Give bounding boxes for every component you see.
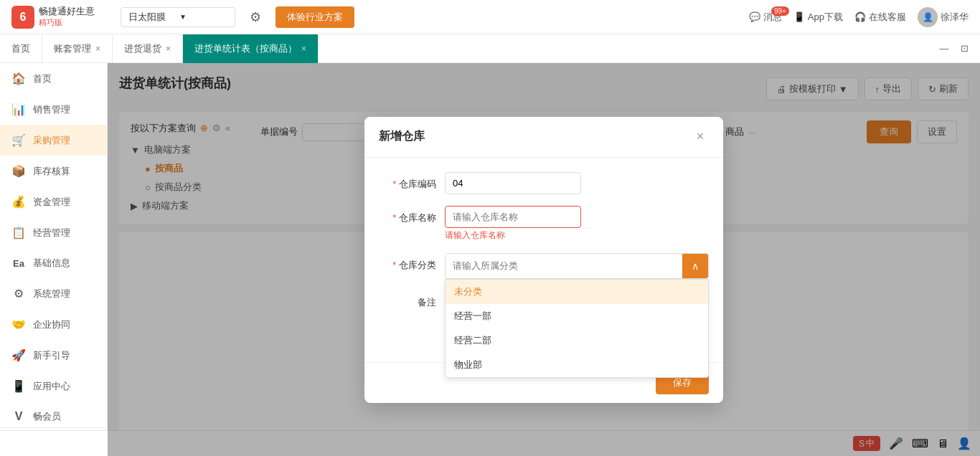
tab-purchase-stats-label: 进货单统计表（按商品） [194, 42, 297, 55]
sidebar-item-guide-label: 新手引导 [33, 349, 70, 362]
tab-home-label: 首页 [11, 42, 30, 55]
modal-new-warehouse: 新增仓库 × 仓库编码 [364, 117, 723, 403]
app-download-button[interactable]: 📱 App下载 [793, 11, 843, 24]
sidebar-item-inventory[interactable]: 📦 库存核算 [0, 156, 107, 186]
category-label: 仓库分类 [379, 253, 436, 272]
finance-icon: 💰 [11, 195, 26, 209]
name-form-row: 仓库名称 请输入仓库名称 [379, 206, 709, 242]
sidebar-item-basic-info-label: 基础信息 [33, 257, 70, 270]
sidebar: 🏠 首页 📊 销售管理 🛒 采购管理 📦 库存核算 💰 资金管理 📋 经 [0, 63, 108, 456]
user-profile[interactable]: 👤 徐泽华 [918, 7, 969, 27]
tab-purchase-return-label: 进货退货 [124, 42, 161, 55]
trial-button[interactable]: 体验行业方案 [275, 6, 354, 28]
sidebar-item-home-label: 首页 [33, 72, 52, 85]
service-button[interactable]: 🎧 在线客服 [854, 11, 906, 24]
sales-icon: 📊 [11, 103, 26, 116]
sidebar-item-operations-label: 经营管理 [33, 227, 70, 239]
sidebar-item-operations[interactable]: 📋 经营管理 [0, 217, 107, 248]
tab-account-label: 账套管理 [54, 42, 91, 55]
vip-icon: V [11, 410, 26, 423]
category-form-row: 仓库分类 ∧ 未分类 经营一部 经营二部 [379, 253, 709, 279]
store-name: 日太阳膜 [128, 11, 176, 24]
logo-text: 畅捷通好生意 [39, 6, 95, 17]
sidebar-scroll: 🏠 首页 📊 销售管理 🛒 采购管理 📦 库存核算 💰 资金管理 📋 经 [0, 63, 107, 427]
phone-icon: 📱 [793, 11, 805, 22]
settings-icon-button[interactable]: ⚙ [244, 6, 267, 29]
app-label: App下载 [808, 11, 843, 24]
minimize-button[interactable]: — [937, 42, 951, 56]
modal-body: 仓库编码 仓库名称 请输入仓库名称 [364, 158, 723, 362]
sidebar-item-home[interactable]: 🏠 首页 [0, 63, 107, 94]
dropdown-item-property[interactable]: 物业部 [446, 353, 708, 377]
dropdown-item-dept1[interactable]: 经营一部 [446, 304, 708, 328]
sidebar-item-vip[interactable]: V 畅会员 [0, 402, 107, 427]
dropdown-item-dept2[interactable]: 经营二部 [446, 328, 708, 353]
sidebar-item-inventory-label: 库存核算 [33, 165, 70, 178]
sidebar-item-basic-info[interactable]: Ea 基础信息 [0, 248, 107, 278]
name-error-message: 请输入仓库名称 [445, 229, 709, 242]
service-label: 在线客服 [869, 11, 906, 24]
message-icon: 💬 [749, 11, 760, 22]
sidebar-item-finance[interactable]: 💰 资金管理 [0, 186, 107, 217]
message-badge: 99+ [771, 6, 789, 16]
gear-icon: ⚙ [250, 9, 261, 25]
enterprise-icon: 🤝 [11, 318, 26, 331]
tab-home[interactable]: 首页 [0, 34, 42, 63]
sidebar-item-purchase[interactable]: 🛒 采购管理 [0, 125, 107, 156]
sidebar-item-enterprise-label: 企业协同 [33, 318, 70, 331]
logo-sub: 精巧版 [39, 17, 95, 28]
name-input[interactable] [445, 206, 581, 228]
tab-purchase-return[interactable]: 进货退货 × [113, 34, 183, 63]
content-area: 进货单统计(按商品) 🖨 按模板打印 ▼ ↑ 导出 ↻ 刷新 [108, 63, 980, 456]
tab-purchase-stats-close[interactable]: × [301, 44, 306, 54]
avatar: 👤 [918, 7, 938, 27]
tab-purchase-stats[interactable]: 进货单统计表（按商品） × [183, 34, 319, 63]
tab-window-controls: — ⊡ [928, 42, 980, 56]
chevron-down-icon: ▼ [179, 13, 227, 21]
code-label: 仓库编码 [379, 172, 436, 191]
sidebar-item-apps[interactable]: 📱 应用中心 [0, 371, 107, 402]
code-form-row: 仓库编码 [379, 172, 709, 194]
category-toggle-button[interactable]: ∧ [682, 254, 708, 278]
tab-account-close[interactable]: × [95, 44, 100, 54]
code-input[interactable] [445, 172, 581, 194]
tab-account[interactable]: 账套管理 × [42, 34, 113, 63]
store-selector[interactable]: 日太阳膜 ▼ [121, 7, 235, 27]
category-input[interactable] [446, 255, 682, 276]
basic-info-icon: Ea [11, 258, 26, 269]
category-input-wrap: ∧ [445, 253, 709, 279]
main-layout: 🏠 首页 📊 销售管理 🛒 采购管理 📦 库存核算 💰 资金管理 📋 经 [0, 63, 980, 456]
modal-overlay: 新增仓库 × 仓库编码 [108, 63, 980, 456]
sidebar-item-apps-label: 应用中心 [33, 380, 70, 393]
sidebar-item-system[interactable]: ⚙ 系统管理 [0, 278, 107, 309]
sidebar-item-sales-label: 销售管理 [33, 103, 70, 116]
sidebar-item-system-label: 系统管理 [33, 288, 70, 300]
modal-close-button[interactable]: × [692, 128, 709, 146]
logo-area: 6 畅捷通好生意 精巧版 [11, 6, 112, 29]
username: 徐泽华 [941, 11, 969, 24]
top-header: 6 畅捷通好生意 精巧版 日太阳膜 ▼ ⚙ 体验行业方案 💬 消息 99+ 📱 … [0, 0, 980, 34]
tab-purchase-return-close[interactable]: × [166, 44, 171, 54]
category-dropdown: 未分类 经营一部 经营二部 物业部 [445, 279, 709, 378]
system-icon: ⚙ [11, 287, 26, 300]
home-icon: 🏠 [11, 72, 26, 85]
sidebar-item-guide[interactable]: 🚀 新手引导 [0, 340, 107, 371]
sidebar-item-sales[interactable]: 📊 销售管理 [0, 94, 107, 125]
dropdown-item-unclassified[interactable]: 未分类 [446, 280, 708, 304]
operations-icon: 📋 [11, 226, 26, 239]
modal-title: 新增仓库 [379, 129, 425, 144]
sidebar-item-purchase-label: 采购管理 [33, 134, 70, 147]
tab-bar: 首页 账套管理 × 进货退货 × 进货单统计表（按商品） × — ⊡ [0, 34, 980, 63]
message-button[interactable]: 💬 消息 99+ [749, 11, 782, 24]
guide-icon: 🚀 [11, 348, 26, 362]
sidebar-item-finance-label: 资金管理 [33, 196, 70, 209]
name-label: 仓库名称 [379, 206, 436, 224]
maximize-button[interactable]: ⊡ [957, 42, 971, 56]
sidebar-item-enterprise[interactable]: 🤝 企业协同 [0, 309, 107, 340]
apps-icon: 📱 [11, 379, 26, 393]
remark-label: 备注 [379, 290, 436, 309]
modal-header: 新增仓库 × [364, 117, 723, 158]
purchase-icon: 🛒 [11, 133, 26, 147]
sidebar-item-vip-label: 畅会员 [33, 410, 61, 423]
inventory-icon: 📦 [11, 164, 26, 178]
